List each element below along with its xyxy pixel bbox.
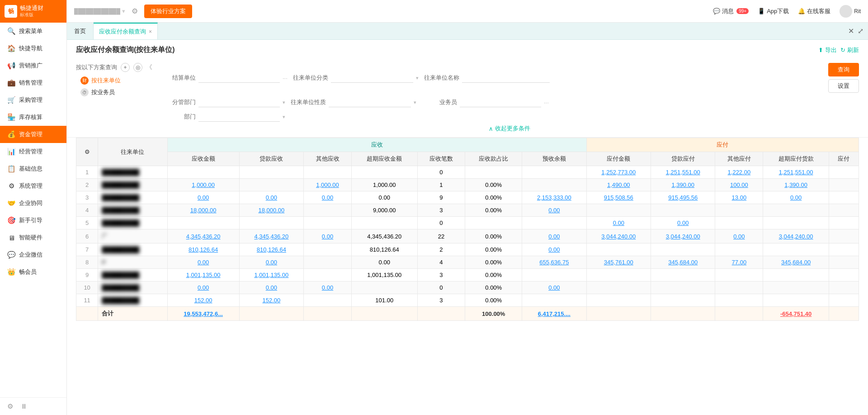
sidebar-item-operation[interactable]: 📊 经营管理: [0, 143, 66, 160]
data-cell[interactable]: 0.00: [586, 217, 651, 229]
data-cell[interactable]: 1,000.00: [304, 179, 352, 191]
data-cell[interactable]: [304, 166, 352, 179]
settlement-unit-input[interactable]: [198, 73, 280, 83]
data-cell[interactable]: [715, 294, 763, 307]
sidebar-item-basic[interactable]: 📋 基础信息: [0, 160, 66, 177]
collapse-bottom-icon[interactable]: ⏸: [20, 402, 27, 410]
data-cell[interactable]: 1,001,135.00: [239, 269, 303, 281]
data-cell[interactable]: 4,345,436.20: [239, 229, 303, 243]
data-cell[interactable]: [239, 166, 303, 179]
data-cell[interactable]: 345,684.00: [763, 256, 829, 269]
data-cell[interactable]: 0.00: [651, 217, 715, 229]
data-cell[interactable]: [763, 294, 829, 307]
settings-bottom-icon[interactable]: ⚙: [7, 402, 13, 410]
sidebar-item-quick-nav[interactable]: 🏠 快捷导航: [0, 40, 66, 57]
filter-scheme-btn[interactable]: ◎: [133, 63, 142, 72]
data-cell[interactable]: [586, 243, 651, 256]
data-cell[interactable]: 152.00: [239, 294, 303, 307]
data-cell[interactable]: [304, 256, 352, 269]
data-cell[interactable]: 13.00: [715, 191, 763, 204]
data-cell[interactable]: [167, 166, 239, 179]
data-cell[interactable]: 1,252,773.00: [586, 166, 651, 179]
data-cell[interactable]: 2,153,333.00: [522, 191, 586, 204]
dept-arrow[interactable]: ▾: [283, 114, 285, 120]
data-cell[interactable]: 0.00: [715, 229, 763, 243]
export-button[interactable]: ⬆ 导出: [818, 46, 837, 54]
data-cell[interactable]: 1,251,551.00: [763, 166, 829, 179]
settings-button[interactable]: 设置: [828, 79, 859, 93]
data-cell[interactable]: 655,636.75: [522, 256, 586, 269]
sidebar-item-system[interactable]: ⚙ 系统管理: [0, 177, 66, 195]
data-cell[interactable]: 0.00: [239, 256, 303, 269]
data-cell[interactable]: 0.00: [522, 204, 586, 217]
tab-close-icon[interactable]: ×: [149, 29, 152, 35]
data-cell[interactable]: [651, 243, 715, 256]
total-ar-amount[interactable]: 19,553,472,6...: [167, 307, 239, 321]
data-cell[interactable]: 810,126.64: [167, 243, 239, 256]
data-cell[interactable]: [167, 217, 239, 229]
data-cell[interactable]: 1,390.00: [763, 179, 829, 191]
dept-input[interactable]: [198, 112, 280, 122]
data-cell[interactable]: [651, 269, 715, 281]
collapse-more-btn[interactable]: ∧ 收起更多条件: [160, 124, 859, 133]
scheme-item-unit[interactable]: 财 按往来单位: [80, 76, 152, 85]
unit-name-input[interactable]: [462, 73, 550, 83]
data-cell[interactable]: 0.00: [167, 256, 239, 269]
data-cell[interactable]: 77.00: [715, 256, 763, 269]
data-cell[interactable]: 0.00: [763, 191, 829, 204]
data-cell[interactable]: [763, 243, 829, 256]
data-cell[interactable]: 4,345,436.20: [167, 229, 239, 243]
sidebar-item-purchase[interactable]: 🛒 采购管理: [0, 91, 66, 109]
sidebar-item-inventory[interactable]: 🏪 库存核算: [0, 109, 66, 126]
filter-collapse-btn[interactable]: 《: [146, 63, 152, 72]
data-cell[interactable]: [586, 294, 651, 307]
data-cell[interactable]: 915,508.56: [586, 191, 651, 204]
settlement-unit-dots[interactable]: ···: [283, 75, 288, 81]
data-cell[interactable]: [651, 204, 715, 217]
data-cell[interactable]: [522, 269, 586, 281]
data-cell[interactable]: 18,000.00: [239, 204, 303, 217]
data-cell[interactable]: 1,222.00: [715, 166, 763, 179]
data-cell[interactable]: [763, 204, 829, 217]
data-cell[interactable]: 0.00: [304, 229, 352, 243]
tab-active-receivable[interactable]: 应收应付余额查询 ×: [94, 23, 158, 39]
data-cell[interactable]: [239, 217, 303, 229]
data-cell[interactable]: [522, 294, 586, 307]
user-avatar-area[interactable]: Rit: [840, 5, 861, 18]
data-cell[interactable]: [763, 269, 829, 281]
data-cell[interactable]: [304, 294, 352, 307]
data-cell[interactable]: 1,251,551.00: [651, 166, 715, 179]
sidebar-item-search[interactable]: 🔍 搜索菜单: [0, 23, 66, 40]
table-settings-icon[interactable]: ⚙: [85, 148, 90, 155]
data-cell[interactable]: 345,761.00: [586, 256, 651, 269]
tab-home[interactable]: 首页: [67, 23, 94, 39]
dept-manage-input[interactable]: [198, 97, 280, 107]
data-cell[interactable]: 0.00: [522, 229, 586, 243]
data-cell[interactable]: 3,044,240.00: [651, 229, 715, 243]
data-cell[interactable]: [651, 281, 715, 294]
total-ap-overdue[interactable]: -654,751.40: [763, 307, 829, 321]
tab-maximize-btn[interactable]: ⤢: [858, 27, 863, 35]
data-cell[interactable]: 1,001,135.00: [167, 269, 239, 281]
data-cell[interactable]: 810,126.64: [239, 243, 303, 256]
data-cell[interactable]: [304, 269, 352, 281]
data-cell[interactable]: 0.00: [304, 191, 352, 204]
solution-button[interactable]: 体验行业方案: [144, 5, 192, 18]
sidebar-item-collab[interactable]: 🤝 企业协同: [0, 195, 66, 212]
data-cell[interactable]: [304, 204, 352, 217]
data-cell[interactable]: 1,390.00: [651, 179, 715, 191]
data-cell[interactable]: 3,044,240.00: [586, 229, 651, 243]
data-cell[interactable]: [715, 217, 763, 229]
data-cell[interactable]: 345,684.00: [651, 256, 715, 269]
data-cell[interactable]: [651, 294, 715, 307]
sidebar-item-hardware[interactable]: 🖥 智能硬件: [0, 229, 66, 246]
data-cell[interactable]: 1,000.00: [167, 179, 239, 191]
unit-category-arrow[interactable]: ▾: [416, 75, 419, 81]
data-cell[interactable]: 1,490.00: [586, 179, 651, 191]
data-cell[interactable]: [304, 217, 352, 229]
filter-add-btn[interactable]: +: [121, 63, 130, 72]
salesman-input[interactable]: [460, 97, 541, 107]
data-cell[interactable]: 0.00: [522, 281, 586, 294]
data-cell[interactable]: [715, 269, 763, 281]
data-cell[interactable]: [586, 269, 651, 281]
